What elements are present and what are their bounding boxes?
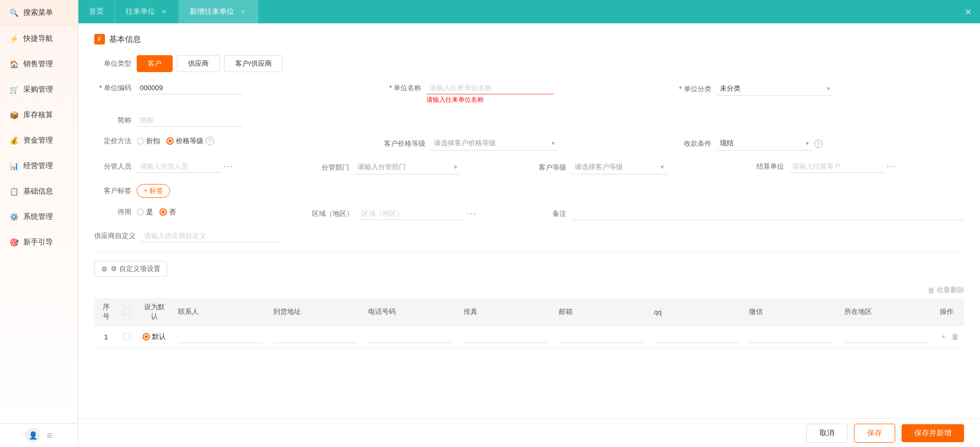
unit-name-input[interactable]	[426, 82, 554, 94]
settlement-unit-more-btn[interactable]: ···	[885, 162, 899, 171]
pricing-discount-radio[interactable]: 折扣	[137, 136, 160, 146]
unit-type-row: 单位类型 客户 供应商 客户/供应商	[94, 55, 964, 72]
sidebar-item-purchase[interactable]: 🛒 采购管理	[0, 77, 78, 102]
payment-terms-select[interactable]: 现结 ▾	[717, 136, 812, 151]
unit-type-supplier[interactable]: 供应商	[177, 55, 220, 72]
unit-category-select[interactable]: 未分类 ▾	[717, 82, 833, 96]
supplier-custom-row: 供应商自定义	[94, 230, 964, 242]
unit-code-field: 单位编码	[94, 82, 384, 94]
sidebar-item-guide[interactable]: 🎯 新手引导	[0, 230, 78, 255]
unit-type-customer[interactable]: 客户	[137, 55, 173, 72]
row-default-radio[interactable]: 默认	[141, 332, 167, 341]
sidebar-item-operations[interactable]: 📊 经营管理	[0, 153, 78, 179]
department-select[interactable]: 请输入分管部门 ▾	[354, 160, 460, 174]
row-contact	[173, 326, 268, 348]
customer-price-level-select[interactable]: 请选择客户价格等级 ▾	[431, 136, 558, 151]
row-email-input[interactable]	[559, 330, 644, 343]
unit-code-label: 单位编码	[94, 83, 137, 93]
disabled-region-row: 停用 是 否 区域（地区）	[94, 207, 964, 220]
row-fax-input[interactable]	[464, 330, 548, 343]
row-wechat	[744, 326, 839, 348]
bolt-icon: ⚡	[8, 33, 19, 44]
home-icon: 🏠	[8, 59, 19, 69]
sidebar-item-search[interactable]: 🔍 搜索菜单	[0, 0, 78, 26]
col-contact: 联系人	[173, 298, 268, 326]
save-button[interactable]: 保存	[854, 424, 895, 443]
unit-category-field: 单位分类 未分类 ▾	[674, 82, 964, 96]
disabled-yes-radio[interactable]: 是	[137, 207, 153, 217]
batch-delete-label: 批量删除	[937, 285, 964, 295]
sidebar-item-system[interactable]: ⚙️ 系统管理	[0, 204, 78, 230]
tab-new-trading-unit-close[interactable]: ✕	[238, 7, 247, 16]
close-all-button[interactable]: ✕	[956, 7, 980, 17]
short-name-field: 简称	[94, 114, 964, 127]
row-delivery-input[interactable]	[273, 330, 358, 343]
tab-trading-units-close[interactable]: ✕	[159, 7, 168, 16]
sidebar-item-sales[interactable]: 🏠 销售管理	[0, 51, 78, 77]
chevron-down-icon5: ▾	[661, 163, 664, 171]
row-add-icon[interactable]: ＋	[940, 332, 947, 341]
tab-trading-units[interactable]: 往来单位 ✕	[115, 0, 179, 23]
save-new-button[interactable]: 保存并新增	[902, 424, 964, 442]
row-area	[839, 326, 934, 348]
disabled-label: 停用	[94, 207, 137, 217]
pricing-level-radio[interactable]: 价格等级	[166, 136, 203, 146]
supplier-custom-input[interactable]	[141, 230, 279, 242]
department-value: 请输入分管部门	[358, 162, 452, 172]
sidebar-item-finance[interactable]: 💰 资金管理	[0, 128, 78, 153]
pricing-level-circle	[166, 137, 174, 145]
custom-settings-label: ⚙ 自定义项设置	[111, 264, 161, 274]
settlement-unit-input[interactable]	[789, 160, 885, 173]
row-phone-input[interactable]	[368, 330, 453, 343]
row-default-circle	[142, 333, 150, 340]
supervisor-more-btn[interactable]: ···	[221, 162, 236, 171]
batch-delete-button[interactable]: 🗑 批量删除	[928, 285, 964, 295]
sidebar-item-quick-nav[interactable]: ⚡ 快捷导航	[0, 26, 78, 51]
sidebar-expand-icon[interactable]: ≡	[47, 430, 52, 441]
short-name-input[interactable]	[137, 114, 243, 127]
region-input[interactable]	[359, 207, 465, 220]
supervisor-input[interactable]	[137, 160, 221, 173]
sidebar-item-inventory[interactable]: 📦 库存核算	[0, 102, 78, 128]
row-contact-input[interactable]	[178, 330, 263, 343]
custom-settings-button[interactable]: ⚙ ⚙ 自定义项设置	[94, 261, 167, 277]
tab-home[interactable]: 首页	[78, 0, 115, 23]
customer-tags-row: 客户标签 + 标签	[94, 184, 964, 198]
batch-delete-icon: 🗑	[928, 286, 934, 294]
sidebar-avatar[interactable]: 👤	[25, 428, 40, 443]
customer-level-select[interactable]: 请选择客户等级 ▾	[572, 160, 667, 174]
remarks-input[interactable]	[572, 207, 964, 220]
sidebar-item-label: 销售管理	[23, 59, 53, 69]
unit-type-both[interactable]: 客户/供应商	[224, 55, 283, 72]
row-fax	[458, 326, 554, 348]
tab-new-trading-unit[interactable]: 新增往来单位 ✕	[179, 0, 258, 23]
cancel-button[interactable]: 取消	[806, 424, 848, 443]
disabled-no-radio[interactable]: 否	[159, 207, 176, 217]
row-wechat-input[interactable]	[749, 330, 834, 343]
row-email	[554, 326, 649, 348]
disabled-field: 停用 是 否	[94, 207, 312, 217]
region-more-btn[interactable]: ···	[465, 209, 479, 218]
pricing-help-icon[interactable]: ?	[206, 137, 214, 145]
settlement-unit-label: 结算单位	[747, 162, 789, 171]
payment-terms-help-icon[interactable]: ?	[814, 139, 823, 148]
row-qq-input[interactable]	[654, 330, 739, 343]
search-icon: 🔍	[8, 7, 19, 18]
sidebar-bottom: 👤 ≡	[0, 423, 78, 447]
row-delete-icon[interactable]: 🗑	[951, 332, 959, 341]
unit-code-input[interactable]	[137, 82, 243, 94]
row-checkbox-cell	[118, 326, 136, 348]
supervisor-row: 分管人员 ··· 分管部门 请输入分管部门 ▾ 客户等级 请选择客户等级	[94, 160, 964, 174]
chevron-down-icon2: ▾	[551, 139, 555, 147]
sidebar-item-label: 系统管理	[23, 212, 53, 222]
sidebar: 🔍 搜索菜单 ⚡ 快捷导航 🏠 销售管理 🛒 采购管理 📦 库存核算 💰 资金管…	[0, 0, 78, 447]
row-checkbox[interactable]	[123, 333, 130, 340]
add-tag-button[interactable]: + 标签	[137, 184, 170, 198]
pricing-method-group: 折扣 价格等级	[137, 136, 203, 146]
sidebar-item-basic-info[interactable]: 📋 基础信息	[0, 179, 78, 204]
table-select-all[interactable]	[123, 308, 130, 315]
row-area-input[interactable]	[844, 330, 929, 343]
remarks-label: 备注	[529, 209, 572, 218]
unit-type-label: 单位类型	[94, 59, 137, 68]
list-icon: 📋	[8, 186, 19, 197]
